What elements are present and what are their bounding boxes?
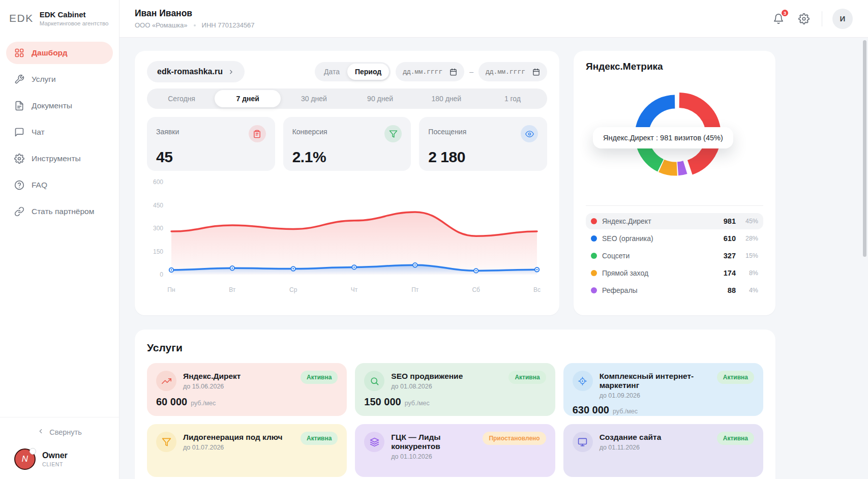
stat-label: Посещения	[428, 125, 466, 136]
sidebar: EDK EDK Cabinet Маркетинговое агентство …	[0, 0, 119, 479]
brand-subtitle: Маркетинговое агентство	[40, 20, 109, 26]
date-from-field[interactable]	[396, 62, 464, 81]
period-tab-90d[interactable]: 90 дней	[347, 90, 413, 107]
role-switcher[interactable]: N Owner CLIENT	[0, 436, 119, 472]
role-name: Owner	[42, 451, 68, 460]
service-card-website-creation[interactable]: Создание сайта до 01.11.2026 Активна	[563, 424, 763, 477]
stat-card-conversion: Конверсия 2.1%	[283, 117, 411, 171]
sidebar-item-label: Инструменты	[32, 154, 81, 163]
svg-text:Пт: Пт	[411, 286, 419, 293]
eye-icon	[521, 125, 538, 142]
topbar: Иван Иванов ООО «Ромашка» ИНН 7701234567…	[119, 0, 868, 38]
user-name: Иван Иванов	[135, 8, 255, 19]
svg-text:Пн: Пн	[167, 286, 175, 293]
legend-dot	[591, 287, 597, 293]
analytics-controls: edk-romashka.ru Дата Период	[147, 61, 547, 82]
chart-tooltip: Яндекс.Директ : 981 визитов (45%)	[593, 127, 733, 148]
sidebar-item-dashboard[interactable]: Дашборд	[6, 42, 113, 64]
brand-logo: EDK	[9, 12, 34, 24]
sidebar-item-become-partner[interactable]: Стать партнёром	[6, 200, 113, 223]
stat-cards: Заявки 45 Конверсия 2.1%	[147, 117, 547, 171]
stat-card-leads: Заявки 45	[147, 117, 275, 171]
notifications-button[interactable]: 3	[771, 11, 786, 26]
svg-text:Сб: Сб	[472, 286, 480, 293]
calendar-icon	[450, 68, 457, 76]
collapse-sidebar-button[interactable]: Свернуть	[0, 428, 119, 436]
services-title: Услуги	[147, 342, 763, 354]
chat-icon	[14, 127, 24, 137]
legend-row-direct-visits[interactable]: Прямой заход 174 8%	[586, 265, 763, 281]
clipboard-icon	[249, 125, 266, 142]
svg-text:300: 300	[153, 225, 163, 232]
legend-row-social[interactable]: Соцсети 327 15%	[586, 248, 763, 264]
main-content: edk-romashka.ru Дата Период	[119, 38, 868, 479]
separator-dot	[194, 24, 196, 26]
period-tab-180d[interactable]: 180 дней	[413, 90, 480, 107]
scrollbar[interactable]	[863, 40, 866, 257]
brand: EDK EDK Cabinet Маркетинговое агентство	[0, 0, 119, 36]
sidebar-item-label: Дашборд	[32, 48, 68, 57]
main-column: Иван Иванов ООО «Ромашка» ИНН 7701234567…	[119, 0, 868, 479]
svg-text:0: 0	[160, 271, 163, 278]
period-tab-today[interactable]: Сегодня	[148, 90, 215, 107]
target-icon	[573, 371, 593, 391]
chevron-right-icon	[228, 69, 234, 75]
service-card-yandex-direct[interactable]: Яндекс.Директ до 15.06.2026 Активна 60 0…	[147, 363, 347, 416]
svg-text:600: 600	[153, 178, 163, 186]
stat-value: 2 180	[428, 148, 538, 166]
legend-dot	[591, 253, 597, 259]
svg-text:Ср: Ср	[289, 286, 297, 293]
status-badge: Активна	[717, 371, 754, 384]
date-to-field[interactable]	[478, 62, 547, 81]
brand-title: EDK Cabinet	[40, 10, 109, 19]
stat-value: 2.1%	[292, 148, 402, 166]
period-tab-7d[interactable]: 7 дней	[215, 90, 281, 107]
period-tab-30d[interactable]: 30 дней	[281, 90, 347, 107]
traffic-donut-chart[interactable]: Яндекс.Директ : 981 визитов (45%)	[586, 74, 763, 199]
user-block: Иван Иванов ООО «Ромашка» ИНН 7701234567	[135, 8, 255, 29]
trend-up-icon	[156, 371, 176, 391]
stat-label: Конверсия	[292, 125, 327, 136]
inn-number: ИНН 7701234567	[202, 21, 255, 29]
yandex-metrika-panel: Яндекс.Метрика Яндекс.Директ : 981 визит…	[574, 51, 775, 315]
period-tab-1y[interactable]: 1 год	[480, 90, 546, 107]
topbar-actions: 3 И	[771, 9, 853, 29]
service-card-competitor-leads[interactable]: ГЦК — Лиды конкурентов до 01.10.2026 При…	[355, 424, 555, 477]
legend-row-yandex-direct[interactable]: Яндекс.Директ 981 45%	[586, 213, 763, 229]
role-avatar: N	[14, 448, 36, 470]
user-avatar[interactable]: И	[832, 9, 853, 29]
question-icon	[14, 180, 24, 190]
service-card-seo[interactable]: SEO продвижение до 01.08.2026 Активна 15…	[355, 363, 555, 416]
service-card-lead-generation[interactable]: Лидогенерация под ключ до 01.07.2026 Акт…	[147, 424, 347, 477]
date-from-input[interactable]	[403, 68, 445, 76]
status-badge: Активна	[508, 371, 546, 384]
role-subtitle: CLIENT	[42, 461, 68, 467]
sidebar-item-services[interactable]: Услуги	[6, 68, 113, 91]
sidebar-item-documents[interactable]: Документы	[6, 95, 113, 117]
date-to-input[interactable]	[486, 68, 528, 76]
sidebar-item-faq[interactable]: FAQ	[6, 174, 113, 196]
sidebar-item-tools[interactable]: Инструменты	[6, 147, 113, 170]
period-mode-button[interactable]: Период	[347, 64, 389, 80]
chevron-left-icon	[37, 428, 44, 436]
service-card-complex-marketing[interactable]: Комплексный интернет-маркетинг до 01.09.…	[563, 363, 763, 416]
document-icon	[14, 101, 24, 111]
site-selector[interactable]: edk-romashka.ru	[147, 61, 245, 82]
date-mode-button[interactable]: Дата	[316, 64, 347, 80]
status-dot	[29, 448, 36, 455]
collapse-label: Свернуть	[49, 428, 82, 436]
legend-row-seo[interactable]: SEO (органика) 610 28%	[586, 230, 763, 247]
period-tabs: Сегодня 7 дней 30 дней 90 дней 180 дней …	[147, 88, 547, 109]
legend-row-referrals[interactable]: Рефералы 88 4%	[586, 282, 763, 298]
settings-button[interactable]	[796, 11, 812, 26]
visits-line-chart: 0150300450600ПнВтСрЧтПтСбВс	[147, 174, 547, 297]
search-icon	[364, 371, 384, 391]
role-text: Owner CLIENT	[42, 451, 68, 467]
svg-text:Чт: Чт	[351, 286, 358, 293]
sidebar-item-chat[interactable]: Чат	[6, 121, 113, 143]
user-subline: ООО «Ромашка» ИНН 7701234567	[135, 21, 255, 29]
gear-icon	[14, 154, 24, 164]
notification-badge: 3	[781, 9, 789, 17]
divider	[586, 205, 763, 206]
funnel-icon	[156, 432, 176, 452]
